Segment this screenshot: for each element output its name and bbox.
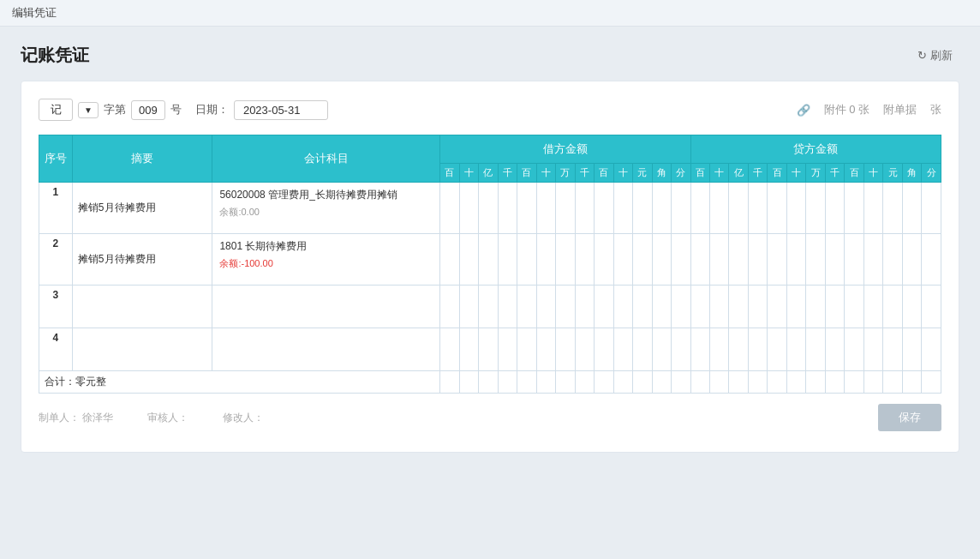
debit-digit-r4-c8[interactable] (575, 328, 594, 371)
debit-digit-r3-c11[interactable] (633, 286, 652, 328)
credit-digit-r1-c4[interactable] (748, 183, 767, 234)
credit-digit-r4-c11[interactable] (883, 328, 902, 371)
credit-digit-r3-c10[interactable] (863, 286, 882, 328)
credit-digit-r3-c7[interactable] (806, 286, 825, 328)
debit-digit-r1-c6[interactable] (536, 183, 555, 234)
debit-digit-r2-c12[interactable] (652, 234, 671, 286)
credit-digit-r1-c8[interactable] (825, 183, 844, 234)
debit-digit-r2-c7[interactable] (556, 234, 575, 286)
debit-digit-r3-c9[interactable] (595, 286, 613, 328)
credit-digit-r4-c13[interactable] (922, 328, 941, 371)
credit-digit-r1-c10[interactable] (863, 183, 882, 234)
debit-digit-r3-c1[interactable] (440, 286, 459, 328)
debit-digit-r4-c4[interactable] (498, 328, 517, 371)
row-account-1[interactable]: 56020008 管理费用_长期待摊费用摊销余额:0.00 (212, 183, 440, 234)
row-summary-4[interactable] (72, 328, 212, 371)
debit-digit-r3-c6[interactable] (536, 286, 555, 328)
credit-digit-r1-c13[interactable] (922, 183, 941, 234)
debit-digit-r4-c11[interactable] (633, 328, 652, 371)
credit-digit-r2-c8[interactable] (825, 234, 844, 286)
credit-digit-r2-c10[interactable] (863, 234, 882, 286)
debit-digit-r1-c11[interactable] (633, 183, 652, 234)
debit-digit-r3-c13[interactable] (672, 286, 690, 328)
table-row[interactable]: 2摊销5月待摊费用1801 长期待摊费用余额:-100.00 (39, 234, 941, 286)
credit-digit-r1-c1[interactable] (690, 183, 709, 234)
refresh-button[interactable]: ↻ 刷新 (911, 45, 959, 67)
debit-digit-r3-c2[interactable] (459, 286, 478, 328)
row-account-2[interactable]: 1801 长期待摊费用余额:-100.00 (212, 234, 440, 286)
credit-digit-r1-c3[interactable] (729, 183, 748, 234)
row-account-3[interactable] (212, 286, 440, 328)
credit-digit-r2-c5[interactable] (768, 234, 786, 286)
debit-digit-r3-c3[interactable] (479, 286, 498, 328)
credit-digit-r1-c6[interactable] (786, 183, 805, 234)
table-row[interactable]: 3 (39, 286, 941, 328)
credit-digit-r1-c7[interactable] (806, 183, 825, 234)
save-button[interactable]: 保存 (878, 404, 941, 431)
credit-digit-r3-c13[interactable] (922, 286, 941, 328)
debit-digit-r2-c3[interactable] (479, 234, 498, 286)
credit-digit-r4-c9[interactable] (845, 328, 863, 371)
debit-digit-r3-c12[interactable] (652, 286, 671, 328)
credit-digit-r2-c11[interactable] (883, 234, 902, 286)
debit-digit-r4-c7[interactable] (556, 328, 575, 371)
table-row[interactable]: 4 (39, 328, 941, 371)
credit-digit-r1-c12[interactable] (902, 183, 921, 234)
debit-digit-r1-c4[interactable] (498, 183, 517, 234)
credit-digit-r1-c11[interactable] (883, 183, 902, 234)
credit-digit-r4-c5[interactable] (768, 328, 786, 371)
credit-digit-r4-c3[interactable] (729, 328, 748, 371)
credit-digit-r3-c8[interactable] (825, 286, 844, 328)
credit-digit-r3-c6[interactable] (786, 286, 805, 328)
debit-digit-r4-c1[interactable] (440, 328, 459, 371)
debit-digit-r4-c9[interactable] (595, 328, 613, 371)
debit-digit-r3-c8[interactable] (575, 286, 594, 328)
debit-digit-r1-c2[interactable] (459, 183, 478, 234)
credit-digit-r2-c9[interactable] (845, 234, 863, 286)
debit-digit-r2-c5[interactable] (517, 234, 536, 286)
credit-digit-r3-c2[interactable] (709, 286, 728, 328)
row-summary-1[interactable]: 摊销5月待摊费用 (72, 183, 212, 234)
credit-digit-r4-c1[interactable] (690, 328, 709, 371)
credit-digit-r3-c4[interactable] (748, 286, 767, 328)
credit-digit-r2-c2[interactable] (709, 234, 728, 286)
credit-digit-r4-c4[interactable] (748, 328, 767, 371)
table-row[interactable]: 1摊销5月待摊费用56020008 管理费用_长期待摊费用摊销余额:0.00 (39, 183, 941, 234)
debit-digit-r3-c4[interactable] (498, 286, 517, 328)
credit-digit-r3-c9[interactable] (845, 286, 863, 328)
debit-digit-r1-c5[interactable] (517, 183, 536, 234)
credit-digit-r4-c8[interactable] (825, 328, 844, 371)
credit-digit-r2-c6[interactable] (786, 234, 805, 286)
credit-digit-r4-c7[interactable] (806, 328, 825, 371)
debit-digit-r4-c2[interactable] (459, 328, 478, 371)
debit-digit-r1-c7[interactable] (556, 183, 575, 234)
voucher-type-value[interactable]: 记 (39, 99, 73, 121)
debit-digit-r2-c2[interactable] (459, 234, 478, 286)
credit-digit-r4-c2[interactable] (709, 328, 728, 371)
debit-digit-r4-c6[interactable] (536, 328, 555, 371)
row-account-4[interactable] (212, 328, 440, 371)
debit-digit-r1-c9[interactable] (595, 183, 613, 234)
credit-digit-r2-c3[interactable] (729, 234, 748, 286)
debit-digit-r4-c3[interactable] (479, 328, 498, 371)
debit-digit-r3-c5[interactable] (517, 286, 536, 328)
attach-single-label[interactable]: 附单据 (883, 102, 917, 117)
attach-count-label[interactable]: 附件 0 张 (824, 102, 869, 117)
debit-digit-r2-c13[interactable] (672, 234, 690, 286)
debit-digit-r3-c10[interactable] (613, 286, 632, 328)
row-summary-2[interactable]: 摊销5月待摊费用 (72, 234, 212, 286)
credit-digit-r4-c12[interactable] (902, 328, 921, 371)
voucher-number-value[interactable]: 009 (131, 100, 165, 120)
debit-digit-r1-c12[interactable] (652, 183, 671, 234)
credit-digit-r3-c3[interactable] (729, 286, 748, 328)
debit-digit-r2-c10[interactable] (613, 234, 632, 286)
debit-digit-r1-c13[interactable] (672, 183, 690, 234)
credit-digit-r2-c13[interactable] (922, 234, 941, 286)
debit-digit-r2-c1[interactable] (440, 234, 459, 286)
debit-digit-r2-c9[interactable] (595, 234, 613, 286)
row-summary-3[interactable] (72, 286, 212, 328)
date-value[interactable]: 2023-05-31 (234, 100, 328, 120)
credit-digit-r3-c11[interactable] (883, 286, 902, 328)
debit-digit-r4-c10[interactable] (613, 328, 632, 371)
debit-digit-r2-c11[interactable] (633, 234, 652, 286)
